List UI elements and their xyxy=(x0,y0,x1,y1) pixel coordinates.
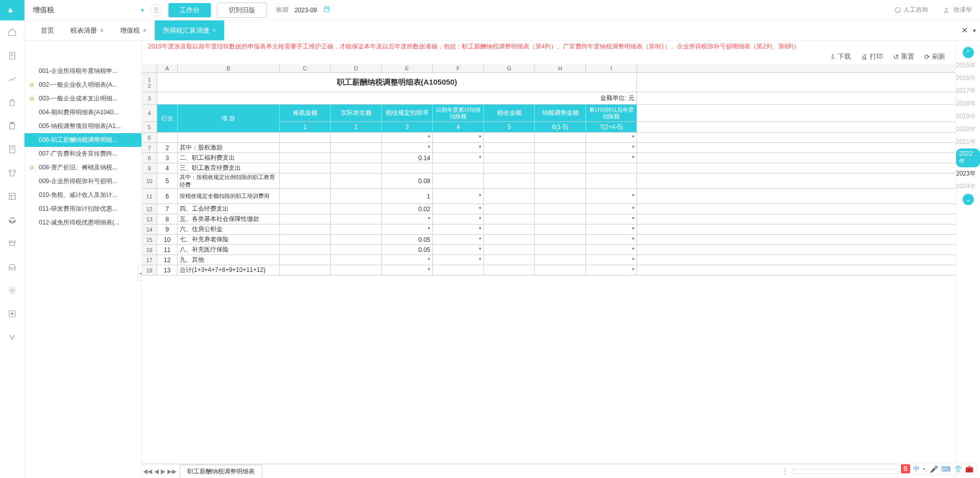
row-number[interactable]: 3 xyxy=(142,92,157,104)
row-number[interactable]: 17 xyxy=(142,255,157,265)
print-button[interactable]: 🖨 打印 xyxy=(861,52,883,61)
list-item[interactable]: ⊘003-一般企业成本支出明细... xyxy=(24,92,141,106)
list-item[interactable]: 004-期间费用明细表(A1040... xyxy=(24,106,141,119)
year-option[interactable]: 2017年 xyxy=(956,85,980,97)
nav-shirt-icon[interactable] xyxy=(0,161,24,185)
list-item[interactable]: 009-企业所得税弥补亏损明... xyxy=(24,174,141,188)
row-number[interactable]: 13 xyxy=(142,214,157,224)
ai-consult-link[interactable]: 人工咨询 xyxy=(894,6,928,14)
row-number[interactable]: 12 xyxy=(142,73,157,92)
tab-增值税[interactable]: 增值税× xyxy=(112,20,155,40)
row-number[interactable]: 5 xyxy=(142,122,157,132)
nav-v-icon[interactable] xyxy=(0,325,24,349)
row-number[interactable]: 6 xyxy=(142,133,157,142)
tax-type-select[interactable]: 增值税 ▾ xyxy=(33,6,144,15)
nav-archive-icon[interactable] xyxy=(0,232,24,255)
year-option[interactable]: 2024年 xyxy=(956,180,980,193)
nav-gear-icon[interactable] xyxy=(0,279,24,302)
close-icon[interactable]: × xyxy=(212,27,216,34)
col-header[interactable]: H xyxy=(535,64,586,72)
year-option[interactable]: 2015年 xyxy=(956,59,980,72)
tab-所得税汇算清缴[interactable]: 所得税汇算清缴× xyxy=(155,20,224,40)
collapse-handle[interactable]: ◀ xyxy=(138,265,142,281)
ime-bar[interactable]: S 中 •, 🎤 ⌨ 👕 🧰 xyxy=(897,463,977,475)
list-item[interactable]: 007-广告费和业务宣传费跨... xyxy=(24,147,141,161)
nav-inbox-icon[interactable] xyxy=(0,255,24,279)
period-value[interactable]: 2023-09 xyxy=(295,7,317,14)
sheet-menu-icon[interactable]: ⋮ xyxy=(782,468,788,475)
close-icon[interactable]: × xyxy=(143,27,146,34)
nav-clipboard-icon[interactable] xyxy=(0,114,24,138)
row-number[interactable]: 10 xyxy=(142,173,157,188)
calendar-icon[interactable] xyxy=(323,6,330,14)
col-header[interactable]: A xyxy=(157,64,178,72)
row-number[interactable]: 14 xyxy=(142,224,157,234)
list-item[interactable]: 012-减免所得税优惠明细表(... xyxy=(24,216,141,230)
year-option[interactable]: 2020年 xyxy=(956,123,980,136)
row-number[interactable]: 9 xyxy=(142,163,157,173)
sheet-nav-first[interactable]: ◀◀ xyxy=(143,468,152,475)
col-header[interactable]: C xyxy=(280,64,331,72)
col-header[interactable]: D xyxy=(331,64,382,72)
list-item[interactable]: 001-企业所得税年度纳税申... xyxy=(24,64,141,78)
nav-doc-icon[interactable] xyxy=(0,44,24,67)
sheet-nav-next[interactable]: ▶ xyxy=(161,468,165,475)
tab-税表清册[interactable]: 税表清册× xyxy=(62,20,112,40)
refresh-button[interactable]: ⟳ 刷新 xyxy=(924,52,945,61)
list-item[interactable]: ⊘008-资产折旧、摊销及纳税... xyxy=(24,161,141,174)
ime-punct-icon[interactable]: •, xyxy=(923,465,927,473)
tab-overflow-icon[interactable]: ▾ xyxy=(973,27,976,34)
download-button[interactable]: ⇩ 下载 xyxy=(830,52,851,61)
row-number[interactable]: 18 xyxy=(142,265,157,275)
nav-bag-icon[interactable] xyxy=(0,91,24,114)
reset-button[interactable]: ↺ 重置 xyxy=(893,52,914,61)
workspace-button[interactable]: 工作台 xyxy=(168,3,211,17)
nav-chart-icon[interactable] xyxy=(0,67,24,91)
tab-close-all-icon[interactable]: ✕ xyxy=(961,26,968,35)
nav-home-icon[interactable] xyxy=(0,20,24,44)
sheet-title: 职工薪酬纳税调整明细表(A105050) xyxy=(157,73,637,92)
list-item[interactable]: 006-职工薪酬纳税调整明细... xyxy=(24,133,141,147)
list-item[interactable]: 005-纳税调整项目明细表(A1... xyxy=(24,119,141,133)
list-item[interactable]: 011-研发费用加计扣除优惠... xyxy=(24,202,141,216)
col-header[interactable]: E xyxy=(382,64,433,72)
spreadsheet[interactable]: A B C D E F G H I 12 职工薪酬纳税调整明细表(A105050… xyxy=(142,64,955,464)
row-number[interactable]: 15 xyxy=(142,235,157,244)
year-option[interactable]: 2018年 xyxy=(956,97,980,110)
year-option[interactable]: 2021年 xyxy=(956,136,980,148)
year-option[interactable]: 2022年 xyxy=(956,148,980,167)
sheet-nav-prev[interactable]: ◀ xyxy=(154,468,159,475)
col-header[interactable]: B xyxy=(178,64,280,72)
row-number[interactable]: 4 xyxy=(142,105,157,121)
col-header[interactable]: F xyxy=(433,64,484,72)
row-number[interactable]: 12 xyxy=(142,204,157,214)
nav-calc-icon[interactable] xyxy=(0,138,24,161)
year-down-icon[interactable]: ⌄ xyxy=(963,194,974,205)
nav-bowl-icon[interactable] xyxy=(0,208,24,232)
tab-首页[interactable]: 首页 xyxy=(33,20,62,40)
nav-dashboard-icon[interactable] xyxy=(0,185,24,208)
year-option[interactable]: 2019年 xyxy=(956,110,980,123)
nav-play-icon[interactable] xyxy=(0,302,24,325)
ime-skin-icon[interactable]: 👕 xyxy=(954,465,962,473)
sheet-tab[interactable]: 职工薪酬纳税调整明细表 xyxy=(180,465,262,478)
old-version-button[interactable]: 切到旧版 xyxy=(217,3,267,18)
user-menu[interactable]: 徐泽华 xyxy=(942,6,972,14)
round-doc-button[interactable] xyxy=(150,4,162,16)
ime-mic-icon[interactable]: 🎤 xyxy=(930,465,938,473)
list-item[interactable]: 010-免税、减计收入及加计... xyxy=(24,188,141,202)
row-number[interactable]: 11 xyxy=(142,189,157,204)
year-up-icon[interactable]: ⌃ xyxy=(963,47,974,58)
row-number[interactable]: 8 xyxy=(142,153,157,163)
col-header[interactable]: I xyxy=(586,64,637,72)
year-option[interactable]: 2016年 xyxy=(956,72,980,85)
ime-keyboard-icon[interactable]: ⌨ xyxy=(941,465,951,473)
year-option[interactable]: 2023年 xyxy=(956,167,980,180)
row-number[interactable]: 16 xyxy=(142,245,157,255)
close-icon[interactable]: × xyxy=(100,27,104,34)
ime-tool-icon[interactable]: 🧰 xyxy=(965,465,973,473)
list-item[interactable]: ⊘002-一般企业收入明细表(A... xyxy=(24,78,141,92)
col-header[interactable]: G xyxy=(484,64,535,72)
row-number[interactable]: 7 xyxy=(142,143,157,153)
sheet-nav-last[interactable]: ▶▶ xyxy=(167,468,177,475)
